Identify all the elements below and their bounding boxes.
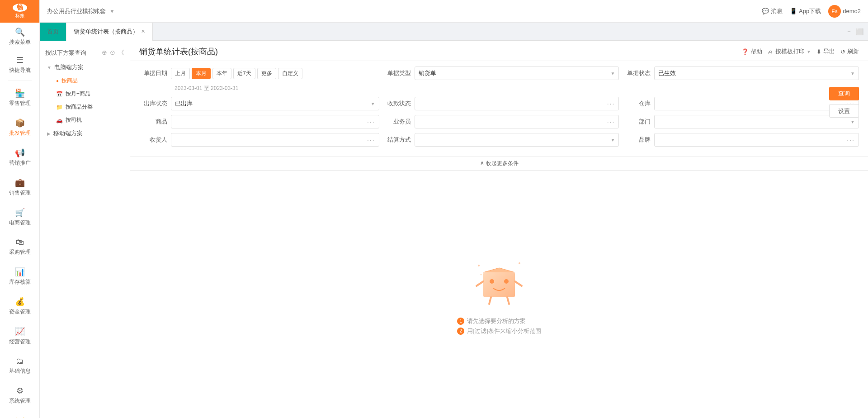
date-btn-custom[interactable]: 自定义: [278, 68, 302, 79]
panel-add-icon[interactable]: ⊕: [102, 49, 107, 57]
help-button[interactable]: ❓ 帮助: [741, 48, 762, 56]
tab-report[interactable]: 销货单统计表（按商品） ✕: [66, 23, 153, 41]
search-icon: 🔍: [15, 27, 25, 37]
panel-collapse-icon[interactable]: 《: [118, 49, 124, 57]
sidebar-item-ecom[interactable]: 🛒 电商管理: [0, 202, 39, 232]
sidebar-item-nav[interactable]: ☰ 快捷导航: [0, 51, 39, 79]
sidebar-item-marketing[interactable]: 📢 营销推广: [0, 142, 39, 172]
sidebar-item-base-label: 基础信息: [9, 367, 31, 375]
user-area[interactable]: Ea demo2: [828, 5, 861, 18]
receiver-select[interactable]: ···: [171, 133, 379, 147]
date-btn-this-month[interactable]: 本月: [192, 68, 211, 79]
salesperson-select[interactable]: ···: [415, 115, 619, 128]
settings-button[interactable]: 设置: [829, 104, 859, 118]
sidebar-item-stock[interactable]: 📊 库存核算: [0, 261, 39, 291]
app-download-button[interactable]: 📱 App下载: [790, 7, 821, 15]
panel-settings-icon[interactable]: ⊙: [110, 49, 115, 57]
tree-item-by-month-product[interactable]: 📅 按月+商品: [49, 87, 130, 100]
tab-report-close-icon[interactable]: ✕: [141, 28, 145, 34]
sidebar-item-wholesale[interactable]: 📦 批发管理: [0, 113, 39, 142]
sidebar-item-stock-label: 库存核算: [9, 278, 31, 286]
filter-col-salesperson: 业务员 ···: [379, 115, 619, 128]
payment-dots-icon: ···: [607, 100, 615, 107]
retail-icon: 🏪: [15, 88, 25, 98]
sidebar-item-finance[interactable]: 💰 资金管理: [0, 291, 39, 321]
tree-label-by-month-product: 按月+商品: [66, 90, 90, 98]
brand-select[interactable]: ···: [654, 133, 859, 147]
tree-item-mobile[interactable]: ▶ 移动端方案: [40, 127, 130, 140]
svg-point-8: [519, 262, 520, 264]
tree-item-pc[interactable]: ▼ 电脑端方案: [40, 61, 130, 74]
tree-item-by-category[interactable]: 📁 按商品分类: [49, 100, 130, 114]
tree: ▼ 电脑端方案 ● 按商品 📅 按月+商品 📁 按商品分类: [40, 61, 130, 140]
print-icon: 🖨: [768, 48, 774, 55]
goods-select[interactable]: ···: [171, 115, 379, 128]
system-icon: ⚙: [16, 386, 24, 396]
department-label: 部门: [623, 118, 654, 126]
filter-col-type: 单据类型 销货单 ▼: [379, 66, 619, 80]
message-button[interactable]: 💬 消息: [762, 7, 783, 15]
filter-row-1: 单据日期 上月 本月 本年 近7天 更多 自定义 单据类型: [139, 66, 859, 80]
tree-arrow-mobile: ▶: [47, 131, 51, 136]
query-button[interactable]: 查询: [829, 87, 859, 100]
filter-col-receiver: 收货人 ···: [139, 133, 379, 147]
filter-col-payment: 收款状态 ···: [379, 97, 619, 110]
status-label: 单据状态: [623, 69, 654, 77]
sidebar-divider-1: [8, 81, 31, 81]
refresh-button[interactable]: ↺ 刷新: [840, 48, 859, 56]
sidebar-item-operation[interactable]: 📈 经营管理: [0, 321, 39, 351]
sidebar-item-search[interactable]: 🔍 搜索菜单: [0, 23, 39, 51]
sidebar-item-system[interactable]: ⚙ 系统管理: [0, 380, 39, 410]
outbound-select[interactable]: 已出库 ▼: [171, 97, 379, 110]
right-panel: 销货单统计表(按商品) ❓ 帮助 🖨 按模板打印 ▼ ⬇ 导出: [130, 41, 868, 418]
export-label: 导出: [823, 48, 835, 56]
date-btn-last-month[interactable]: 上月: [171, 68, 190, 79]
tree-item-by-product[interactable]: ● 按商品: [49, 74, 130, 87]
department-select[interactable]: ▼: [654, 115, 859, 128]
type-select[interactable]: 销货单 ▼: [415, 66, 619, 80]
minimize-icon[interactable]: －: [846, 28, 852, 36]
filter-row-4: 收货人 ··· 结算方式 ▼ 品牌: [139, 133, 859, 147]
date-range-row: 2023-03-01 至 2023-03-31: [139, 85, 859, 92]
outbound-dropdown-icon: ▼: [371, 101, 375, 106]
topbar-dropdown-arrow[interactable]: ▼: [109, 8, 115, 14]
message-icon: 💬: [762, 8, 769, 14]
sidebar-item-search-label: 搜索菜单: [9, 38, 31, 46]
main-content: 办公用品行业模拟账套 ▼ 💬 消息 📱 App下载 Ea demo2 首页: [40, 0, 868, 418]
topbar-left: 办公用品行业模拟账套 ▼: [47, 7, 115, 15]
payment-select[interactable]: ···: [415, 97, 619, 110]
tree-item-by-driver[interactable]: 🚗 按司机: [49, 114, 130, 127]
goods-dots-icon: ···: [367, 118, 375, 125]
date-btn-7days[interactable]: 近7天: [233, 68, 255, 79]
sidebar-item-base[interactable]: 🗂 基础信息: [0, 351, 39, 380]
help-icon: ❓: [741, 48, 749, 55]
avatar-initials: Ea: [832, 9, 838, 14]
sidebar-item-retail[interactable]: 🏪 零售管理: [0, 83, 39, 113]
date-btn-more[interactable]: 更多: [257, 68, 276, 79]
empty-tip-2: 2 用[过滤]条件来缩小分析范围: [457, 327, 541, 335]
sidebar-item-operation-label: 经营管理: [9, 338, 31, 346]
maximize-icon[interactable]: ⬜: [856, 28, 863, 35]
logo-text: 畅: [17, 4, 23, 12]
print-button[interactable]: 🖨 按模板打印 ▼: [768, 48, 811, 56]
warehouse-select[interactable]: ···: [654, 97, 859, 110]
status-select[interactable]: 已生效 ▼: [654, 66, 859, 80]
tip-text-2: 用[过滤]条件来缩小分析范围: [467, 327, 541, 335]
avatar: Ea: [828, 5, 841, 18]
tip-num-2: 2: [457, 328, 464, 335]
status-dropdown-icon: ▼: [850, 71, 855, 76]
logo-area: 畅 标账: [0, 0, 39, 23]
ecom-icon: 🛒: [15, 208, 25, 218]
base-icon: 🗂: [16, 356, 24, 366]
collapse-bar[interactable]: ∧ 收起更多条件: [130, 157, 868, 171]
tab-home[interactable]: 首页: [40, 23, 66, 41]
sidebar-item-corp[interactable]: 🤝 企业协同: [0, 410, 39, 418]
sidebar-item-sales[interactable]: 💼 销售管理: [0, 172, 39, 202]
operation-icon: 📈: [15, 327, 25, 337]
date-btn-this-year[interactable]: 本年: [212, 68, 231, 79]
tip-text-1: 请先选择要分析的方案: [467, 317, 526, 325]
export-button[interactable]: ⬇ 导出: [816, 48, 835, 56]
settlement-select[interactable]: ▼: [415, 133, 619, 147]
empty-tip-1: 1 请先选择要分析的方案: [457, 317, 541, 325]
sidebar-item-purchase[interactable]: 🛍 采购管理: [0, 232, 39, 261]
